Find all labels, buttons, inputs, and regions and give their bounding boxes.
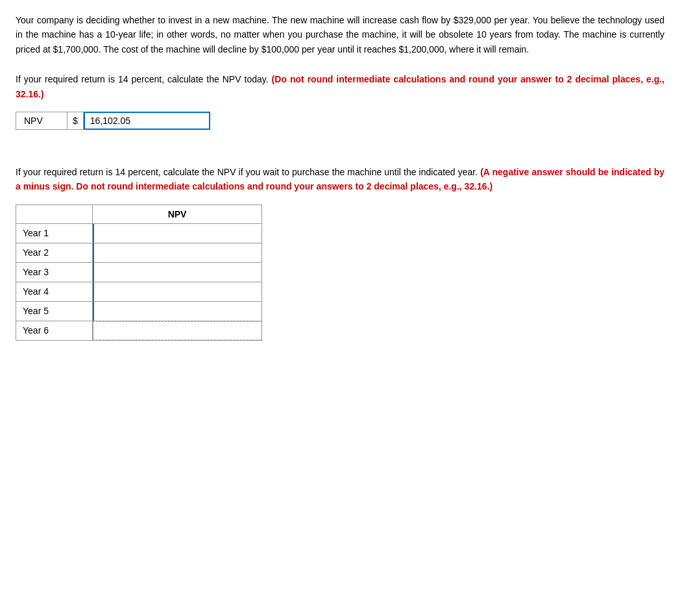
- npv-input[interactable]: [84, 112, 210, 130]
- year1-input-cell[interactable]: [93, 223, 262, 243]
- npv-table-container: NPV Year 1 Year 2 Year 3: [16, 204, 664, 341]
- problem-section: Your company is deciding whether to inve…: [16, 13, 664, 56]
- npv-row: NPV $: [16, 112, 664, 130]
- table-row: Year 6: [16, 321, 262, 340]
- year5-label: Year 5: [16, 301, 93, 321]
- year6-input-cell[interactable]: [93, 321, 262, 340]
- table-row: Year 3: [16, 262, 262, 282]
- table-row: Year 5: [16, 301, 262, 321]
- year1-label: Year 1: [16, 223, 93, 243]
- npv-label: NPV: [16, 112, 67, 130]
- question2-text-before: If your required return is 14 percent, c…: [16, 167, 478, 177]
- year1-npv-input[interactable]: [93, 224, 261, 243]
- year2-npv-input[interactable]: [93, 243, 261, 262]
- npv-table: NPV Year 1 Year 2 Year 3: [16, 204, 262, 341]
- year5-input-cell[interactable]: [93, 301, 262, 321]
- question2-section: If your required return is 14 percent, c…: [16, 165, 664, 341]
- year3-npv-input[interactable]: [93, 263, 261, 282]
- year2-input-cell[interactable]: [93, 243, 262, 262]
- year3-input-cell[interactable]: [93, 262, 262, 282]
- year4-input-cell[interactable]: [93, 282, 262, 301]
- table-header-npv: NPV: [93, 204, 262, 223]
- year5-npv-input[interactable]: [93, 302, 261, 321]
- year4-npv-input[interactable]: [93, 282, 261, 301]
- table-row: Year 4: [16, 282, 262, 301]
- problem-description: Your company is deciding whether to inve…: [16, 13, 664, 56]
- year2-label: Year 2: [16, 243, 93, 262]
- question1-text-before: If your required return is 14 percent, c…: [16, 74, 269, 84]
- year4-label: Year 4: [16, 282, 93, 301]
- table-header-empty: [16, 204, 93, 223]
- table-row: Year 2: [16, 243, 262, 262]
- currency-symbol: $: [67, 112, 84, 130]
- question2-text: If your required return is 14 percent, c…: [16, 165, 664, 194]
- question1-section: If your required return is 14 percent, c…: [16, 72, 664, 130]
- year6-label: Year 6: [16, 321, 93, 340]
- table-row: Year 1: [16, 223, 262, 243]
- year6-npv-input[interactable]: [93, 321, 261, 340]
- question1-text: If your required return is 14 percent, c…: [16, 72, 664, 101]
- year3-label: Year 3: [16, 262, 93, 282]
